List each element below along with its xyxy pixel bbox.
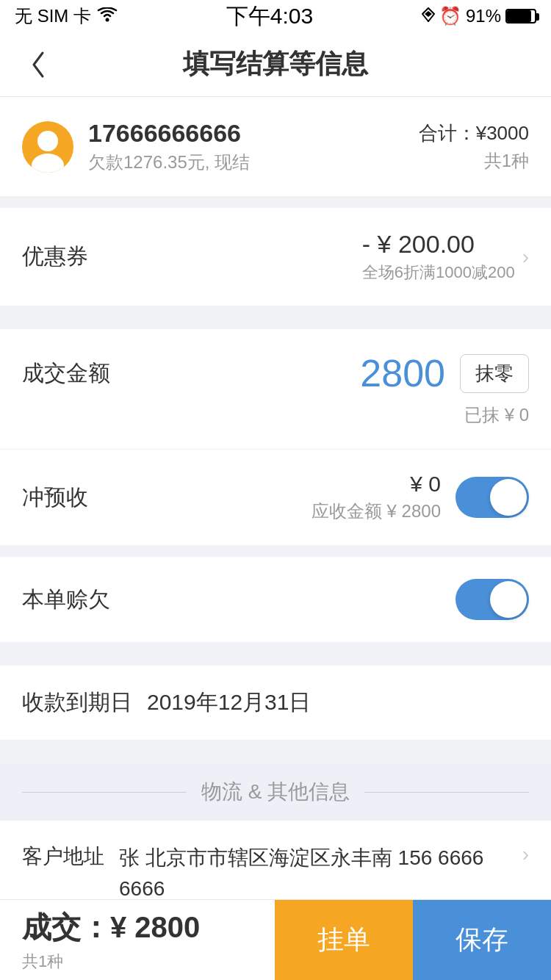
save-button[interactable]: 保存: [413, 900, 551, 981]
date-label: 收款到期日: [22, 688, 132, 718]
footer: 成交：¥ 2800 共1种 挂单 保存: [0, 899, 551, 980]
footer-deal: 成交：¥ 2800: [22, 907, 253, 948]
page-title: 填写结算等信息: [22, 46, 529, 82]
payment-date-section: 收款到期日 2019年12月31日: [0, 666, 551, 740]
address-value: 张 北京市市辖区海淀区永丰南 156 6666 6666: [119, 843, 508, 904]
customer-section: 17666666666 欠款1276.35元, 现结 合计：¥3000 共1种: [0, 97, 551, 196]
status-right: ⏰ 91%: [422, 6, 536, 26]
header-line-left: [22, 792, 187, 793]
chevron-right-icon: ›: [522, 245, 529, 269]
total-count: 共1种: [419, 149, 529, 173]
battery-icon: [505, 9, 536, 24]
footer-count: 共1种: [22, 951, 253, 973]
section-divider-3: [0, 654, 551, 666]
round-button[interactable]: 抹零: [460, 354, 529, 393]
hang-button[interactable]: 挂单: [275, 900, 413, 981]
section-divider: [0, 317, 551, 329]
svg-point-1: [37, 131, 58, 151]
customer-phone: 17666666666: [88, 119, 250, 148]
coupon-label: 优惠券: [22, 242, 88, 272]
footer-deal-amount: ¥ 2800: [110, 911, 200, 943]
pre-receive-section: 冲预收 ¥ 0 应收金额 ¥ 2800: [0, 449, 551, 545]
svg-point-0: [106, 18, 109, 22]
total-label: 合计：¥3000: [419, 120, 529, 146]
debt-toggle[interactable]: [455, 579, 529, 620]
status-bar: 无 SIM 卡 下午4:03 ⏰ 91%: [0, 0, 551, 32]
customer-sub: 欠款1276.35元, 现结: [88, 151, 250, 174]
deal-sub: 已抹 ¥ 0: [464, 405, 529, 425]
wifi-icon: [97, 6, 118, 26]
footer-deal-prefix: 成交：: [22, 911, 110, 943]
battery-percent: 91%: [466, 6, 501, 26]
section-divider-2: [0, 545, 551, 557]
deal-label: 成交金额: [22, 359, 110, 389]
avatar: [22, 121, 73, 173]
coupon-section[interactable]: 优惠券 - ¥ 200.00 全场6折满1000减200 ›: [0, 208, 551, 306]
logistics-header: 物流 & 其他信息: [0, 763, 551, 821]
deal-amount: 2800: [360, 351, 445, 395]
header-line-right: [364, 792, 529, 793]
coupon-desc: 全场6折满1000减200: [362, 262, 515, 284]
alarm-icon: ⏰: [439, 6, 461, 26]
pre-receive-toggle[interactable]: [455, 477, 529, 518]
status-time: 下午4:03: [226, 1, 313, 32]
logistics-header-text: 物流 & 其他信息: [201, 778, 350, 806]
location-icon: [422, 6, 435, 26]
section-divider-4: [0, 752, 551, 763]
pre-receive-label: 冲预收: [22, 483, 88, 513]
debt-section: 本单赊欠: [0, 557, 551, 642]
debt-label: 本单赊欠: [22, 585, 110, 615]
deal-section: 成交金额 2800 抹零 已抹 ¥ 0: [0, 329, 551, 449]
footer-info: 成交：¥ 2800 共1种: [0, 907, 275, 973]
date-value: 2019年12月31日: [147, 688, 311, 718]
debt-toggle-knob: [490, 581, 527, 618]
coupon-amount: - ¥ 200.00: [362, 230, 515, 259]
address-key: 客户地址: [22, 843, 104, 871]
address-chevron-icon: ›: [522, 843, 529, 866]
svg-point-2: [32, 154, 64, 173]
nav-bar: 填写结算等信息: [0, 32, 551, 97]
sim-status: 无 SIM 卡: [15, 4, 91, 28]
pre-receive-amount: ¥ 0: [311, 472, 441, 497]
pre-receive-sub: 应收金额 ¥ 2800: [311, 500, 441, 523]
toggle-knob: [490, 479, 527, 516]
status-left: 无 SIM 卡: [15, 4, 118, 28]
avatar-person-icon: [22, 121, 73, 173]
